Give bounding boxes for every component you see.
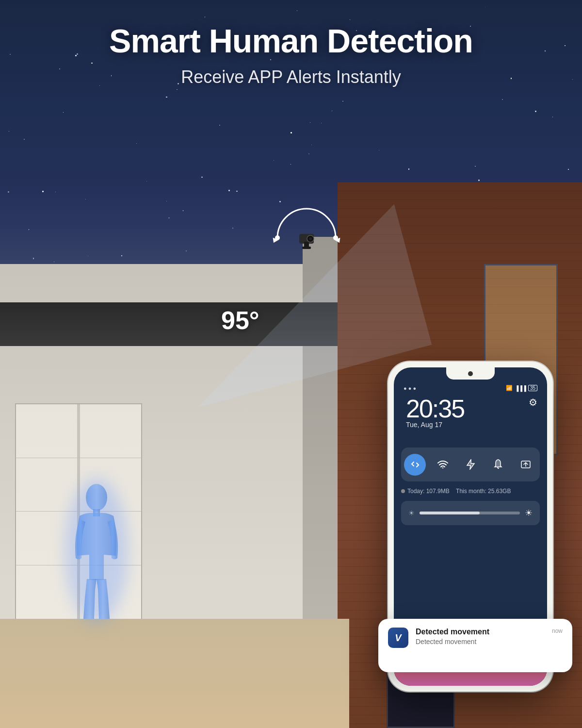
action-btn-flash[interactable] [459,454,481,476]
phone-camera-dot [468,371,473,376]
phone-notch [446,367,495,380]
human-figure [70,483,123,619]
action-btn-screen[interactable] [515,454,537,476]
time-display: 20:35 Tue, Aug 17 [406,394,464,429]
brightness-high-icon: ☀ [525,508,533,518]
data-transfer-icon [410,459,420,470]
time-big: 20:35 [406,394,464,423]
notif-header: V Detected movement Detected movement no… [388,628,563,648]
notif-title: Detected movement [416,628,545,636]
camera-section [268,204,345,254]
svg-point-6 [309,237,312,240]
brightness-fill [420,512,480,514]
svg-point-11 [442,467,443,468]
data-usage: Today: 107.9MB This month: 25.63GB [401,488,540,495]
battery-icon: 35 [528,385,537,391]
quick-actions-bar [401,447,540,481]
flash-icon [466,459,475,470]
notification-card: V Detected movement Detected movement no… [378,619,572,672]
title-section: Smart Human Detection Receive APP Alerts… [0,22,582,87]
data-today: Today: 107.9MB [407,488,450,495]
driveway [0,619,349,728]
garage-door-panel-1 [16,404,141,458]
data-dot [401,489,405,493]
bell-icon [493,459,503,470]
notif-app-icon: V [388,628,408,648]
notif-time: now [552,628,563,634]
action-btn-data[interactable] [404,454,426,476]
data-separator [452,488,453,495]
data-month: This month: 25.63GB [456,488,511,495]
notif-body: Detected movement [416,638,545,645]
brightness-track [420,512,520,514]
settings-icon[interactable]: ⚙ [529,397,537,408]
action-btn-bell[interactable] [487,454,509,476]
status-bar: ● ● ● 📶 ▐▐▐ 35 [404,382,537,394]
status-right: 📶 ▐▐▐ 35 [506,385,537,391]
signal-icon: ▐▐▐ [515,385,526,391]
brightness-bar[interactable]: ☀ ☀ [401,501,540,525]
notif-content: Detected movement Detected movement [416,628,545,645]
status-left: ● ● ● [404,385,416,391]
wifi-icon [437,461,448,468]
action-btn-wifi[interactable] [432,454,453,476]
svg-rect-8 [302,247,311,249]
detection-arc-svg [268,204,345,252]
date-text: Tue, Aug 17 [406,421,464,429]
subtitle: Receive APP Alerts Instantly [0,67,582,87]
human-glow [65,478,128,624]
screen-rotation-icon [520,460,531,469]
phone-container: ● ● ● 📶 ▐▐▐ 35 20:35 Tue, Aug 17 ⚙ [388,362,553,692]
brightness-low-icon: ☀ [408,509,415,517]
bluetooth-icon: 📶 [506,385,513,391]
app-logo-v: V [395,632,401,644]
detection-angle-label: 95° [221,306,259,335]
main-title: Smart Human Detection [0,22,582,60]
